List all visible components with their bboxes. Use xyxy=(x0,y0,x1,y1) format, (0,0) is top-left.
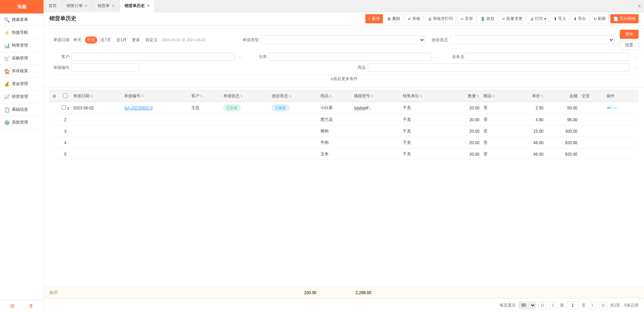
set-button[interactable]: 设置 xyxy=(620,40,639,50)
sort-goods-icon: ⇅ xyxy=(329,94,332,98)
pause-bottom-icon[interactable]: ⏸ xyxy=(28,303,34,309)
col-customer[interactable]: 客户⇅ xyxy=(189,90,221,102)
print-button[interactable]: 🖨 打印 ▾ xyxy=(527,14,549,23)
col-quantity[interactable]: 数量⇅ xyxy=(449,90,481,102)
col-doc-date[interactable]: 单据日期⇅ xyxy=(71,90,122,102)
filter-goods-ellipsis[interactable]: ... xyxy=(631,64,639,71)
filter-warehouse-group: 仓库 ... xyxy=(247,53,441,61)
action-more-0[interactable]: ⋯ xyxy=(613,105,618,111)
sidebar-item-search-menu[interactable]: 🔍 搜索菜单 xyxy=(0,14,44,26)
col-goods[interactable]: 商品⇅ xyxy=(318,90,352,102)
close-all-tabs-button[interactable]: ✕ xyxy=(637,3,641,9)
tab-sales-goods-close[interactable]: ✕ xyxy=(112,4,115,8)
settings-bottom-icon[interactable]: ⚙ xyxy=(10,303,15,309)
tab-sales-order-close[interactable]: ✕ xyxy=(85,4,88,8)
sort-spec-type-icon: ⇅ xyxy=(371,94,373,98)
filter-collapse-button[interactable]: ∧ 收起更多条件 xyxy=(49,74,639,83)
filter-row-2: 客户 ... 仓库 ... 业务员 ... xyxy=(49,53,639,61)
page-number-input[interactable] xyxy=(567,301,579,309)
col-doc-status[interactable]: 单据状态⇅ xyxy=(221,90,270,102)
row-sales-unit-1: 千克 xyxy=(401,114,449,126)
next-page-button[interactable]: ⟩ xyxy=(588,301,596,309)
row-settings-4 xyxy=(49,149,59,160)
sidebar-item-inventory-calc[interactable]: 🏠 库存核算 xyxy=(0,65,44,78)
date-shortcut-last7days[interactable]: 近7天 xyxy=(99,36,113,44)
date-shortcut-yesterday[interactable]: 昨天 xyxy=(72,36,84,44)
col-amount[interactable]: 金额 xyxy=(545,90,579,102)
sidebar-item-system-mgmt[interactable]: ⚙️ 系统管理 xyxy=(0,116,44,129)
col-gift[interactable]: 赠品⇅ xyxy=(481,90,513,102)
filter-goods-label: 商品 xyxy=(345,65,366,71)
doc-no-link-0[interactable]: SA-20230602-0 xyxy=(124,106,152,110)
tab-sales-history-close[interactable]: ✕ xyxy=(147,4,150,8)
audit-print-button[interactable]: 🖨 审核并打印 xyxy=(425,14,456,23)
doc-status-badge-0: 已生效 xyxy=(223,105,241,111)
col-unit-price[interactable]: 单价⇅ xyxy=(513,90,545,102)
batch-change-button[interactable]: ✏ 批量变更 xyxy=(499,14,526,23)
filter-warehouse-ellipsis[interactable]: ... xyxy=(434,54,441,60)
collect-button[interactable]: 💲 收款 xyxy=(477,14,498,23)
filter-salesman-label: 业务员 xyxy=(444,54,464,60)
export-button[interactable]: ⬇ 导出 xyxy=(570,14,589,23)
filter-warehouse-input[interactable] xyxy=(269,53,432,61)
delete-icon: 🗑 xyxy=(387,17,391,21)
sidebar-item-ops-mgmt[interactable]: 📈 经营管理 xyxy=(0,90,44,103)
filter-salesman-input[interactable] xyxy=(466,53,629,61)
filter-doc-type-group: 单据类型 xyxy=(239,35,425,44)
filter-customer-input[interactable] xyxy=(72,53,234,61)
select-all-checkbox[interactable] xyxy=(63,94,67,98)
import-icon: ⬆ xyxy=(554,17,557,21)
filter-doc-no-input[interactable] xyxy=(72,63,139,72)
tab-sales-goods[interactable]: 销货单 ✕ xyxy=(93,0,120,12)
date-shortcut-last1month[interactable]: 近1月 xyxy=(114,36,129,44)
sidebar-item-sales-mgmt[interactable]: 📊 销售管理 xyxy=(0,39,44,52)
filter-doc-type-select[interactable] xyxy=(261,35,425,44)
batch-change-icon: ✏ xyxy=(502,17,505,21)
tab-home[interactable]: 首页 xyxy=(44,0,62,12)
audit-button[interactable]: ✔ 审核 xyxy=(405,14,423,23)
sidebar-item-quick-nav[interactable]: ⚡ 快捷导航 xyxy=(0,26,44,39)
row-checkbox-input-0[interactable] xyxy=(61,105,66,110)
show-detail-button[interactable]: 📄 显示明细 xyxy=(610,14,639,23)
filter-customer-ellipsis[interactable]: ... xyxy=(236,54,244,60)
date-shortcut-more[interactable]: 更多 xyxy=(130,36,142,44)
row-doc-no-1 xyxy=(122,114,189,126)
col-collect-status[interactable]: 收款状态⇅ xyxy=(270,90,318,102)
filter-salesman-ellipsis[interactable]: ... xyxy=(631,54,639,60)
row-unit-price-4: 46.00 xyxy=(513,149,545,160)
filter-goods-input[interactable] xyxy=(368,63,629,72)
col-sales-unit[interactable]: 销售单位⇅ xyxy=(401,90,449,102)
prev-page-button[interactable]: ⟨ xyxy=(549,301,557,309)
filter-doc-no-group: 单据编号 xyxy=(49,63,343,72)
col-doc-no[interactable]: 单据编号⇅ xyxy=(122,90,189,102)
row-sales-unit-2: 千克 xyxy=(401,126,449,137)
delete-button[interactable]: 🗑 删除 xyxy=(384,14,403,23)
row-quantity-2: 20.00 xyxy=(449,126,481,137)
collect-status-badge-0: 已收款 xyxy=(272,105,289,111)
filter-customer-group: 客户 ... xyxy=(49,53,244,61)
row-unit-price-3: 46.00 xyxy=(513,137,545,149)
sidebar-item-finance-mgmt[interactable]: 💰 资金管理 xyxy=(0,78,44,90)
page-size-select[interactable]: 50 100 xyxy=(519,302,536,309)
refresh-button[interactable]: ↻ 刷新 xyxy=(590,14,609,23)
action-edit-0[interactable]: ✏ xyxy=(607,105,612,111)
sidebar-item-basic-info[interactable]: 📋 基础信息 xyxy=(0,103,44,116)
filter-collect-status-select[interactable] xyxy=(450,35,614,44)
tab-sales-order[interactable]: 销售订单 ✕ xyxy=(62,0,93,12)
abandon-button[interactable]: ↩ 弃审 xyxy=(457,14,476,23)
query-button[interactable]: 查询 xyxy=(620,30,639,39)
last-page-button[interactable]: ⟩⟩ xyxy=(599,301,607,309)
tab-sales-history[interactable]: 销货单历史 ✕ xyxy=(120,0,155,12)
row-spec-type-3 xyxy=(352,137,400,149)
row-customer-2 xyxy=(189,126,221,137)
sidebar-item-purchase-mgmt[interactable]: 🛒 采购管理 xyxy=(0,52,44,65)
date-shortcut-custom[interactable]: 自定义 xyxy=(143,36,160,44)
import-button[interactable]: ⬆ 导入 xyxy=(551,14,569,23)
first-page-button[interactable]: ⟨⟨ xyxy=(538,301,547,309)
new-button[interactable]: + 新增 xyxy=(365,14,383,23)
col-settings[interactable]: ⚙ xyxy=(49,90,59,102)
row-doc-date-0: 2023-06-02 xyxy=(71,102,122,114)
main-area: 首页 销售订单 ✕ 销货单 ✕ 销货单历史 ✕ ✕ 销货单历史 + 新增 🗑 删… xyxy=(44,0,644,312)
col-spec-type[interactable]: 规格型号⇅ xyxy=(352,90,400,102)
date-shortcut-today[interactable]: 今天 xyxy=(85,36,97,44)
